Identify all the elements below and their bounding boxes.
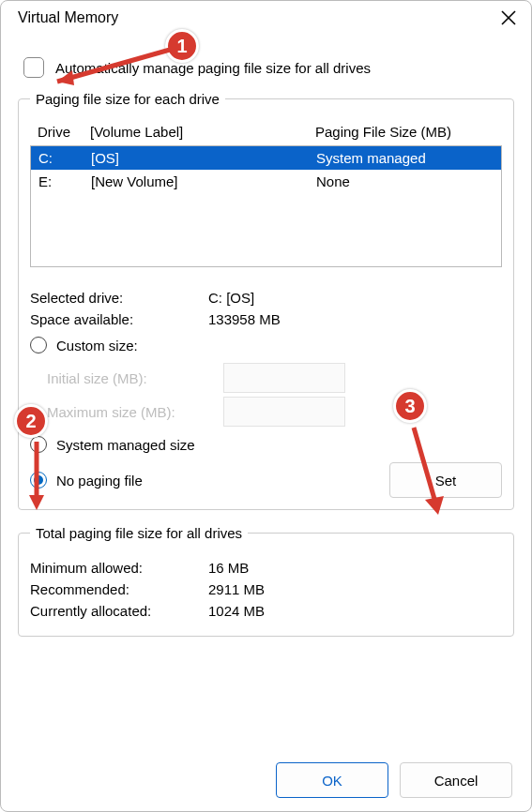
list-item[interactable]: E: [New Volume] None: [31, 170, 501, 193]
size-cell: System managed: [279, 150, 494, 166]
drive-cell: C:: [38, 150, 91, 166]
window-title: Virtual Memory: [18, 9, 118, 26]
custom-size-radio[interactable]: [30, 337, 47, 353]
drive-group: Paging file size for each drive Drive [V…: [18, 91, 514, 510]
drive-list[interactable]: C: [OS] System managed E: [New Volume] N…: [30, 145, 502, 267]
initial-size-input: [223, 363, 345, 393]
label-cell: [OS]: [91, 150, 279, 166]
system-managed-radio[interactable]: [30, 436, 47, 453]
close-icon[interactable]: [499, 8, 518, 27]
min-allowed-label: Minimum allowed:: [30, 560, 208, 576]
col-volume-label: [Volume Label]: [90, 124, 278, 140]
list-item[interactable]: C: [OS] System managed: [31, 146, 501, 170]
space-available-label: Space available:: [30, 311, 208, 327]
col-drive: Drive: [38, 124, 90, 140]
currently-allocated-value: 1024 MB: [208, 603, 265, 619]
title-bar: Virtual Memory: [1, 1, 531, 37]
currently-allocated-label: Currently allocated:: [30, 603, 208, 619]
maximum-size-label: Maximum size (MB):: [47, 404, 216, 420]
maximum-size-input: [223, 397, 345, 427]
totals-group: Total paging file size for all drives Mi…: [18, 525, 514, 637]
recommended-label: Recommended:: [30, 581, 208, 597]
drive-list-header: Drive [Volume Label] Paging File Size (M…: [30, 120, 502, 145]
system-managed-label: System managed size: [56, 437, 195, 453]
size-cell: None: [279, 173, 494, 189]
drive-group-legend: Paging file size for each drive: [30, 91, 225, 107]
auto-manage-checkbox[interactable]: [23, 57, 44, 78]
min-allowed-value: 16 MB: [208, 560, 249, 576]
label-cell: [New Volume]: [91, 173, 279, 189]
no-paging-radio[interactable]: [30, 472, 47, 489]
auto-manage-label: Automatically manage paging file size fo…: [55, 60, 371, 76]
selected-drive-value: C: [OS]: [208, 290, 254, 306]
selected-drive-label: Selected drive:: [30, 290, 208, 306]
initial-size-label: Initial size (MB):: [47, 370, 216, 386]
no-paging-label: No paging file: [56, 473, 143, 489]
drive-cell: E:: [38, 173, 91, 189]
totals-legend: Total paging file size for all drives: [30, 525, 248, 541]
recommended-value: 2911 MB: [208, 581, 265, 597]
custom-size-label: Custom size:: [56, 338, 138, 353]
cancel-button[interactable]: Cancel: [400, 762, 512, 798]
space-available-value: 133958 MB: [208, 311, 281, 327]
set-button[interactable]: Set: [389, 462, 502, 498]
ok-button[interactable]: OK: [276, 762, 388, 798]
col-paging-size: Paging File Size (MB): [278, 124, 494, 140]
